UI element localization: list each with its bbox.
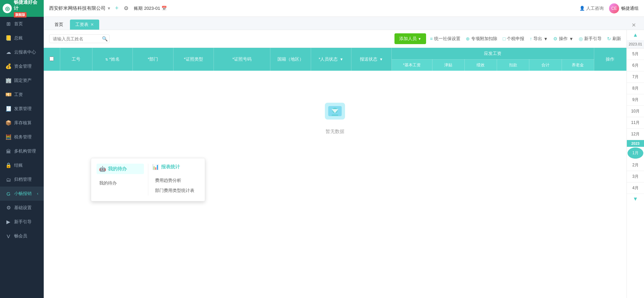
new-guide-button[interactable]: ◎ 新手引导 [579,36,602,42]
special-deduct-button[interactable]: ⊕ 专项附加扣除 [466,36,497,42]
th-salary-group: 应发工资 [392,48,594,60]
month-panel: ▲ 2023.01 5月 6月 7月 8月 9月 10月 11月 12月 202… [627,30,644,298]
sidebar-item-basic[interactable]: ⚙ 基础设置 [0,201,44,215]
sidebar-label-cloud: 云报表中心 [14,49,36,55]
period-label: 账期 [134,5,143,11]
add-company-button[interactable]: + [114,5,120,12]
period-value: 2023-01 [144,6,160,11]
service-button[interactable]: 👤 人工咨询 [579,5,604,11]
month-nav-down[interactable]: ▼ [627,194,644,204]
month-nav-up[interactable]: ▲ [627,30,644,40]
month-item-4[interactable]: 4月 [627,183,644,194]
main-area: 西安虾米网络科技有限公司 ▼ + ⚙ 账期 2023-01 📅 👤 人工咨询 C… [44,0,644,298]
th-id-type: *证照类型 [173,48,214,71]
th-name: ⇅ *姓名 [92,48,132,71]
month-item-6[interactable]: 6月 [627,60,644,71]
sidebar-item-fixed-assets[interactable]: 🏢 固定资产 [0,73,44,88]
sidebar-item-home[interactable]: ⊞ 首页 [0,17,44,31]
user-menu[interactable]: CE 畅捷通组 [609,3,639,13]
sidebar-item-multi-org[interactable]: 🏛 多机构管理 [0,144,44,158]
sidebar-collapse-icon: ‹ [37,191,38,196]
close-books-icon: 🔒 [5,162,11,168]
sidebar-item-guide[interactable]: ▶ 新手引导 [0,215,44,229]
export-button[interactable]: ↑ 导出 ▼ [530,36,548,42]
operations-button[interactable]: ⚙ 操作 ▼ [553,36,573,42]
refresh-button[interactable]: ↻ 刷新 [607,36,621,42]
month-item-10[interactable]: 10月 [627,106,644,117]
sidebar-item-fund[interactable]: 💰 资金管理 [0,59,44,73]
logo-icon: ◎ [3,4,12,13]
month-item-3[interactable]: 3月 [627,171,644,183]
popup-item-dept-cost[interactable]: 部门费用类型统计表 [152,186,200,196]
sidebar-label-close: 结账 [14,162,23,168]
empty-text: 暂无数据 [326,129,344,135]
sidebar-label-fund: 资金管理 [14,63,32,69]
status-filter-icon[interactable]: ▼ [340,57,343,61]
avatar: CE [609,3,619,13]
tab-salary[interactable]: 工资表 ✕ [70,20,99,30]
app-name: 畅捷通好会计 [14,0,41,11]
settings-button[interactable]: ⚙ [122,5,130,11]
month-item-2[interactable]: 2月 [627,160,644,171]
social-insurance-button[interactable]: ≡ 统一社保设置 [430,36,460,42]
company-dropdown-icon: ▼ [107,6,111,11]
month-item-8[interactable]: 8月 [627,83,644,94]
report-filter-icon[interactable]: ▼ [379,57,383,61]
special-deduct-icon: ⊕ [466,36,470,41]
sidebar-item-invoice[interactable]: 🧾 发票管理 [0,102,44,116]
th-report: 报送状态 ▼ [351,48,391,71]
company-selector[interactable]: 西安虾米网络科技有限公司 ▼ [49,5,111,11]
th-performance: 绩效 [464,60,497,71]
search-icon: 🔍 [102,36,108,41]
month-item-7[interactable]: 7月 [627,71,644,83]
archive-icon: 🗂 [5,177,11,183]
sidebar-label-guide: 新手引导 [14,219,32,225]
tab-home[interactable]: 首页 [49,20,69,30]
sidebar-nav: ⊞ 首页 📒 总账 ☁ 云报表中心 💰 资金管理 🏢 固定资产 💴 工资 🧾 发… [0,17,44,298]
sidebar-label-xiaochang: 小畅报销 [14,191,32,197]
month-item-9[interactable]: 9月 [627,94,644,106]
th-id-no: *证照号码 [214,48,270,71]
fixed-assets-icon: 🏢 [5,77,11,84]
popup-item-cost-trend[interactable]: 费用趋势分析 [152,175,200,186]
sidebar-item-tax[interactable]: 🧮 税务管理 [0,130,44,144]
month-item-12[interactable]: 12月 [627,129,644,140]
month-item-1[interactable]: 1月 [628,147,643,159]
sidebar-item-close-books[interactable]: 🔒 结账 [0,158,44,172]
username: 畅捷通组 [621,5,639,11]
close-all-tabs-button[interactable]: ✕ [629,21,639,30]
topbar-right: 👤 人工咨询 CE 畅捷通组 [579,3,639,13]
popup-col2-header: 📊 报表统计 [152,164,200,171]
sidebar-label-archive: 归档管理 [14,176,32,183]
sidebar-item-cloud-reports[interactable]: ☁ 云报表中心 [0,45,44,59]
select-all-checkbox[interactable] [49,57,54,61]
search-input[interactable] [53,36,100,41]
sidebar-label-ledger: 总账 [14,35,23,41]
sidebar-item-member[interactable]: V 畅会员 [0,229,44,243]
add-person-button[interactable]: 添加人员 ▼ [394,33,426,44]
tax-report-button[interactable]: □ 个税申报 [503,36,524,42]
sidebar: ◎ 畅捷通好会计 旗舰版 ⊞ 首页 📒 总账 ☁ 云报表中心 💰 资金管理 🏢 … [0,0,44,298]
popup-menu: 🤖 我的待办 我的待办 📊 报表统计 费用趋势分析 [91,158,205,201]
salary-icon: 💴 [5,92,11,98]
month-item-11[interactable]: 11月 [627,117,644,129]
sidebar-item-inventory[interactable]: 📦 库存核算 [0,116,44,130]
tab-close-icon[interactable]: ✕ [90,22,94,27]
popup-item-todo[interactable]: 我的待办 [97,178,144,188]
sidebar-item-salary[interactable]: 💴 工资 [0,88,44,102]
sidebar-item-archive[interactable]: 🗂 归档管理 [0,172,44,187]
search-box[interactable]: 🔍 [49,34,110,43]
th-total: 合计 [529,60,562,71]
basic-icon: ⚙ [5,205,11,211]
month-item-5[interactable]: 5月 [627,48,644,60]
sidebar-label-fixed-assets: 固定资产 [14,77,32,84]
operations-icon: ⚙ [553,36,558,41]
th-checkbox[interactable] [44,48,60,71]
sidebar-item-xiaochang[interactable]: G 小畅报销 ‹ [0,187,44,201]
todo-icon: 🤖 [99,166,106,172]
add-person-label: 添加人员 [399,36,417,42]
sidebar-item-ledger[interactable]: 📒 总账 [0,31,44,45]
logo-text-block: 畅捷通好会计 旗舰版 [14,0,41,18]
th-pension: 养老金 [562,60,594,71]
export-icon: ↑ [530,36,532,41]
